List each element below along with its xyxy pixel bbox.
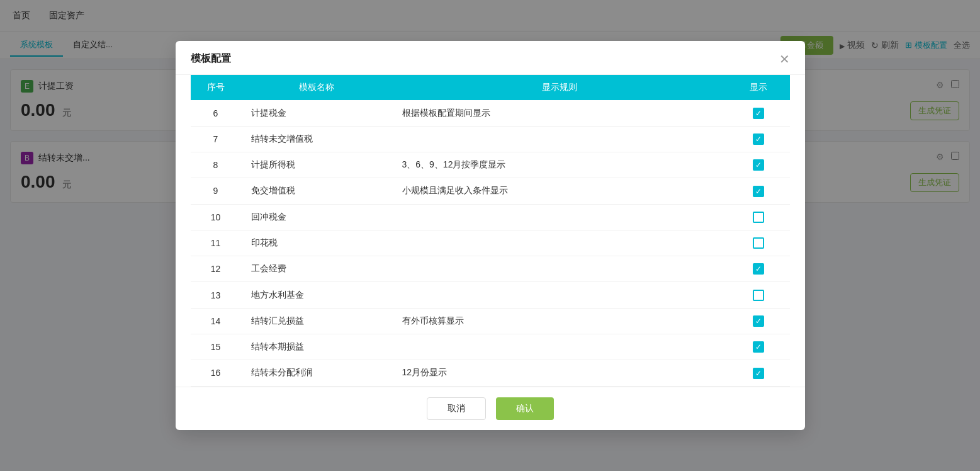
- cell-rule: [392, 282, 727, 308]
- row-checkbox-10[interactable]: [753, 212, 764, 223]
- cell-rule: 3、6、9、12月按季度显示: [392, 152, 727, 178]
- cell-rule: [392, 204, 727, 230]
- cell-name: 印花税: [241, 230, 392, 256]
- cell-checkbox[interactable]: [727, 204, 790, 230]
- cell-checkbox[interactable]: [727, 152, 790, 178]
- table-row: 12工会经费: [191, 256, 790, 282]
- row-checkbox-13[interactable]: [753, 290, 764, 301]
- col-rule: 显示规则: [392, 75, 727, 100]
- dialog-close-button[interactable]: ✕: [779, 53, 790, 65]
- cell-checkbox[interactable]: [727, 308, 790, 334]
- cell-rule: [392, 230, 727, 256]
- table-row: 11印花税: [191, 230, 790, 256]
- cell-checkbox[interactable]: [727, 100, 790, 126]
- cell-name: 计提所得税: [241, 152, 392, 178]
- row-checkbox-15[interactable]: [753, 341, 764, 353]
- cell-no: 13: [191, 282, 241, 308]
- col-no: 序号: [191, 75, 241, 100]
- cell-checkbox[interactable]: [727, 360, 790, 386]
- table-row: 6计提税金根据模板配置期间显示: [191, 100, 790, 126]
- row-checkbox-12[interactable]: [753, 263, 764, 275]
- table-row: 10回冲税金: [191, 204, 790, 230]
- confirm-button[interactable]: 确认: [496, 397, 554, 420]
- cell-name: 结转汇兑损益: [241, 308, 392, 334]
- table-row: 7结转未交增值税: [191, 126, 790, 152]
- cell-rule: 根据模板配置期间显示: [392, 100, 727, 126]
- cell-name: 结转本期损益: [241, 334, 392, 360]
- cell-checkbox[interactable]: [727, 256, 790, 282]
- cell-no: 8: [191, 152, 241, 178]
- cell-name: 工会经费: [241, 256, 392, 282]
- cell-rule: [392, 334, 727, 360]
- row-checkbox-7[interactable]: [753, 133, 764, 145]
- cancel-button[interactable]: 取消: [427, 397, 486, 420]
- row-checkbox-6[interactable]: [753, 108, 764, 119]
- row-checkbox-11[interactable]: [753, 237, 764, 249]
- cell-no: 12: [191, 256, 241, 282]
- cell-checkbox[interactable]: [727, 230, 790, 256]
- cell-name: 地方水利基金: [241, 282, 392, 308]
- row-checkbox-9[interactable]: [753, 186, 764, 197]
- cell-checkbox[interactable]: [727, 178, 790, 204]
- col-display: 显示: [727, 75, 790, 100]
- cell-name: 回冲税金: [241, 204, 392, 230]
- dialog-template-config: 模板配置 ✕ 序号 模板名称 显示规则 显示 6计提税金根据模板配置期间显示7结…: [176, 41, 805, 429]
- cell-name: 免交增值税: [241, 178, 392, 204]
- cell-name: 结转未交增值税: [241, 126, 392, 152]
- table-row: 9免交增值税小规模且满足收入条件显示: [191, 178, 790, 204]
- dialog-header: 模板配置 ✕: [176, 41, 805, 75]
- cell-rule: 小规模且满足收入条件显示: [392, 178, 727, 204]
- cell-checkbox[interactable]: [727, 282, 790, 308]
- cell-no: 14: [191, 308, 241, 334]
- cell-no: 15: [191, 334, 241, 360]
- col-name: 模板名称: [241, 75, 392, 100]
- cell-no: 16: [191, 360, 241, 386]
- dialog-title: 模板配置: [191, 52, 231, 65]
- cell-no: 11: [191, 230, 241, 256]
- modal-overlay[interactable]: 模板配置 ✕ 序号 模板名称 显示规则 显示 6计提税金根据模板配置期间显示7结…: [0, 0, 980, 471]
- cell-rule: 12月份显示: [392, 360, 727, 386]
- dialog-body: 序号 模板名称 显示规则 显示 6计提税金根据模板配置期间显示7结转未交增值税8…: [176, 75, 805, 386]
- cell-checkbox[interactable]: [727, 126, 790, 152]
- table-row: 16结转未分配利润12月份显示: [191, 360, 790, 386]
- cell-no: 6: [191, 100, 241, 126]
- cell-rule: [392, 126, 727, 152]
- cell-no: 9: [191, 178, 241, 204]
- table-row: 14结转汇兑损益有外币核算显示: [191, 308, 790, 334]
- table-row: 15结转本期损益: [191, 334, 790, 360]
- cell-name: 计提税金: [241, 100, 392, 126]
- cell-no: 10: [191, 204, 241, 230]
- table-header-row: 序号 模板名称 显示规则 显示: [191, 75, 790, 100]
- cell-no: 7: [191, 126, 241, 152]
- cell-name: 结转未分配利润: [241, 360, 392, 386]
- row-checkbox-8[interactable]: [753, 159, 764, 171]
- table-row: 13地方水利基金: [191, 282, 790, 308]
- row-checkbox-16[interactable]: [753, 368, 764, 379]
- config-table: 序号 模板名称 显示规则 显示 6计提税金根据模板配置期间显示7结转未交增值税8…: [191, 75, 790, 386]
- row-checkbox-14[interactable]: [753, 315, 764, 327]
- dialog-footer: 取消 确认: [176, 387, 805, 430]
- cell-rule: 有外币核算显示: [392, 308, 727, 334]
- table-row: 8计提所得税3、6、9、12月按季度显示: [191, 152, 790, 178]
- cell-checkbox[interactable]: [727, 334, 790, 360]
- cell-rule: [392, 256, 727, 282]
